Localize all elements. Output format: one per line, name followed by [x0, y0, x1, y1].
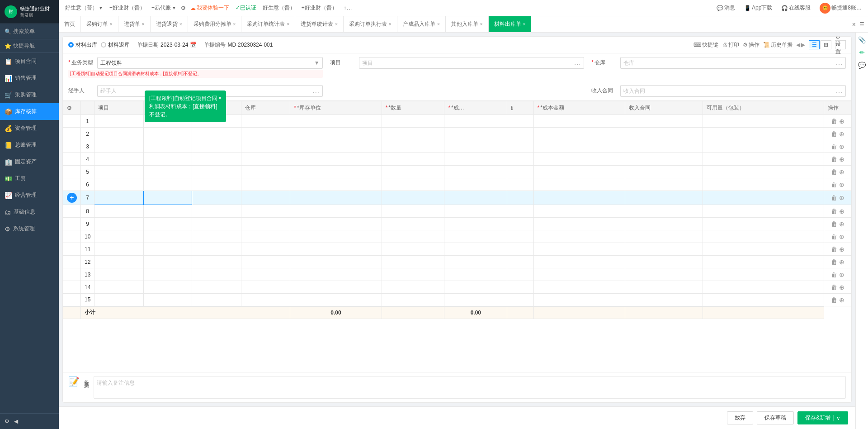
radio-material-out[interactable]: 材料出库	[68, 41, 97, 49]
nav-item-yidaizhang[interactable]: +易代账 ▼	[150, 4, 178, 12]
tab-close-icon[interactable]: ×	[287, 22, 289, 27]
doc-date-value[interactable]: 2023-03-24	[160, 42, 188, 48]
add-row-btn[interactable]: +	[67, 193, 77, 203]
right-edit-icon[interactable]: ✏	[857, 47, 868, 58]
next-icon[interactable]: ▶	[801, 42, 805, 48]
save-new-dropdown-icon[interactable]: ∨	[833, 415, 840, 421]
save-new-button[interactable]: 保存&新增 ∨	[797, 411, 848, 424]
nav-item-haoyecai[interactable]: +好业财（普）	[108, 4, 147, 12]
tab-return[interactable]: 进货退货 ×	[151, 16, 188, 32]
tab-close-all-icon[interactable]: ×	[852, 21, 856, 28]
delete-icon[interactable]: 🗑	[831, 284, 837, 291]
prev-icon[interactable]: ◀	[796, 42, 800, 48]
sidebar-quick-nav[interactable]: ⭐ 快捷导航	[0, 39, 59, 53]
nav-item2-more[interactable]: +…	[342, 5, 354, 11]
notes-input[interactable]: 请输入备注信息	[94, 376, 846, 399]
calendar-icon[interactable]: 📅	[190, 42, 197, 48]
delete-icon[interactable]: 🗑	[831, 130, 837, 138]
business-type-input[interactable]: 工程领料 ▼	[97, 57, 323, 69]
radio-material-return[interactable]: 材料退库	[101, 41, 130, 49]
delete-icon[interactable]: 🗑	[831, 194, 837, 201]
delete-icon[interactable]: 🗑	[831, 233, 837, 240]
copy-icon[interactable]: ⊕	[839, 194, 844, 201]
tab-close-icon[interactable]: ×	[389, 22, 392, 27]
nav-item-haoshengyi[interactable]: 好生意（普） ▼	[63, 4, 105, 12]
save-draft-button[interactable]: 保存草稿	[757, 411, 794, 424]
print-btn[interactable]: 🖨 打印	[722, 41, 739, 49]
sidebar-item-purchase[interactable]: 🛒 采购管理	[0, 86, 59, 103]
tab-close-icon[interactable]: ×	[233, 22, 236, 27]
copy-icon[interactable]: ⊕	[839, 168, 844, 176]
tab-order-stats[interactable]: 采购订单统计表 ×	[241, 16, 295, 32]
tab-close-icon[interactable]: ×	[480, 22, 483, 27]
sidebar-item-inventory[interactable]: 📦 库存核算	[0, 103, 59, 120]
tab-close-icon[interactable]: ×	[110, 22, 113, 27]
nav-item2-haoyecai[interactable]: +好业财（普）	[300, 4, 339, 12]
settings-gear-icon[interactable]: ⚙	[181, 5, 186, 11]
copy-icon[interactable]: ⊕	[839, 220, 844, 228]
tab-expense[interactable]: 采购费用分摊单 ×	[188, 16, 242, 32]
sidebar-item-basic[interactable]: 🗂 基础信息	[0, 204, 59, 220]
sidebar-search[interactable]: 🔍 搜索菜单	[0, 24, 59, 39]
tab-close-icon[interactable]: ×	[335, 22, 338, 27]
sidebar-item-finance[interactable]: 💰 资金管理	[0, 120, 59, 137]
collapse-icon[interactable]: ◀	[14, 418, 18, 424]
right-attach-icon[interactable]: 📎	[857, 34, 868, 45]
copy-icon[interactable]: ⊕	[839, 271, 844, 278]
sidebar-item-accounting[interactable]: 📒 总账管理	[0, 137, 59, 153]
copy-icon[interactable]: ⊕	[839, 258, 844, 266]
tab-close-icon[interactable]: ×	[437, 22, 440, 27]
tab-purchase-order[interactable]: 采购订单 ×	[81, 16, 118, 32]
col-settings-header[interactable]: ⚙	[63, 101, 81, 115]
delete-icon[interactable]: 🗑	[831, 271, 837, 278]
copy-icon[interactable]: ⊕	[839, 284, 844, 291]
app-download-link[interactable]: 📱 App下载	[742, 4, 774, 12]
delete-icon[interactable]: 🗑	[831, 296, 837, 304]
copy-icon[interactable]: ⊕	[839, 246, 844, 253]
tab-finished-goods[interactable]: 产成品入库单 ×	[397, 16, 446, 32]
tab-close-active-icon[interactable]: ×	[523, 22, 526, 27]
column-settings-btn[interactable]: ⚙设置	[835, 40, 846, 49]
delete-icon[interactable]: 🗑	[831, 246, 837, 253]
copy-icon[interactable]: ⊕	[839, 233, 844, 240]
copy-icon[interactable]: ⊕	[839, 208, 844, 215]
operations-btn[interactable]: ⚙ 操作	[743, 41, 760, 49]
discard-button[interactable]: 放弃	[727, 411, 753, 424]
delete-icon[interactable]: 🗑	[831, 181, 837, 188]
delete-icon[interactable]: 🗑	[831, 258, 837, 266]
nav-item2-haoshengyi[interactable]: 好生意（普）	[261, 4, 297, 12]
tab-execution[interactable]: 采购订单执行表 ×	[344, 16, 397, 32]
sidebar-item-operations[interactable]: 📈 经营管理	[0, 187, 59, 204]
copy-icon[interactable]: ⊕	[839, 181, 844, 188]
copy-icon[interactable]: ⊕	[839, 130, 844, 138]
tab-close-icon[interactable]: ×	[142, 22, 145, 27]
delete-icon[interactable]: 🗑	[831, 208, 837, 215]
history-btn[interactable]: 📜 历史单据	[763, 41, 793, 49]
delete-icon[interactable]: 🗑	[831, 118, 837, 125]
tooltip-close-btn[interactable]: ×	[218, 94, 222, 102]
shortcut-btn[interactable]: ⌨ 快捷键	[693, 41, 718, 49]
project-input[interactable]: 项目 …	[359, 57, 585, 69]
delete-icon[interactable]: 🗑	[831, 156, 837, 163]
sidebar-item-system[interactable]: ⚙ 系统管理	[0, 220, 59, 237]
tab-in-stats[interactable]: 进货单统计表 ×	[295, 16, 344, 32]
sidebar-item-assets[interactable]: 🏢 固定资产	[0, 153, 59, 170]
tab-menu-icon[interactable]: ☰	[859, 21, 864, 28]
sidebar-item-project[interactable]: 📋 项目合同	[0, 53, 59, 70]
copy-icon[interactable]: ⊕	[839, 156, 844, 163]
sidebar-item-payroll[interactable]: 💵 工资	[0, 170, 59, 187]
delete-icon[interactable]: 🗑	[831, 168, 837, 176]
settings-icon[interactable]: ⚙	[5, 418, 9, 424]
warehouse-input[interactable]: 仓库 …	[620, 57, 846, 69]
copy-icon[interactable]: ⊕	[839, 143, 844, 150]
sidebar-item-sales[interactable]: 📊 销售管理	[0, 70, 59, 86]
right-chat-icon[interactable]: 💬	[857, 60, 868, 71]
copy-icon[interactable]: ⊕	[839, 118, 844, 125]
delete-icon[interactable]: 🗑	[831, 143, 837, 150]
tab-close-icon[interactable]: ×	[179, 22, 182, 27]
income-contract-input[interactable]: 收入合同 …	[620, 85, 846, 97]
tab-purchase-in[interactable]: 进货单 ×	[118, 16, 151, 32]
grid-view-icon[interactable]: ⊞	[821, 40, 831, 49]
delete-icon[interactable]: 🗑	[831, 220, 837, 228]
experience-link[interactable]: ☁ 我要体验一下	[189, 4, 231, 12]
